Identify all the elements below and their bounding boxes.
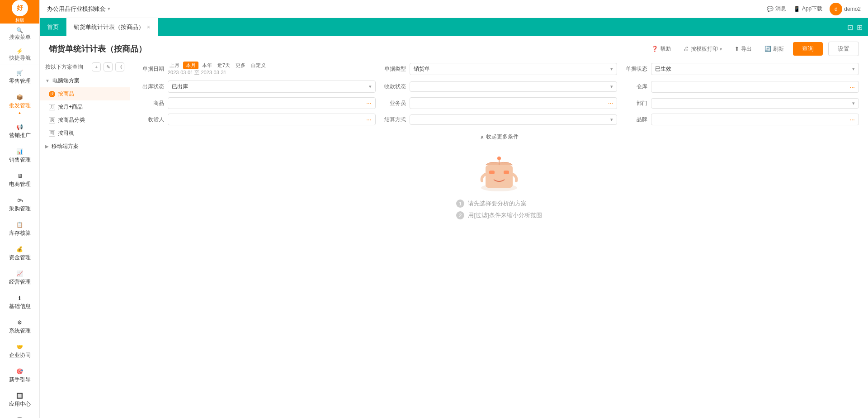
tree-add-btn[interactable]: +	[92, 62, 101, 71]
salesman-more-icon[interactable]: ···	[608, 100, 613, 107]
mobile-group-label: 移动端方案	[52, 142, 79, 150]
export-btn[interactable]: ⬆ 导出	[731, 43, 755, 55]
filter-field-goods: 商品 ···	[139, 97, 376, 109]
app-download-label: App下载	[802, 5, 822, 13]
avatar: d	[830, 3, 842, 15]
sidebar-item-wholesale[interactable]: 📦 批发管理 ▲	[0, 90, 39, 119]
export-icon: ⬆	[735, 46, 739, 52]
tab-home[interactable]: 首页	[40, 18, 66, 36]
sidebar-label-purchase: 采购管理	[9, 205, 31, 213]
doctype-control[interactable]: 销货单 ▾	[410, 63, 618, 75]
goods-more-icon[interactable]: ···	[366, 100, 372, 107]
tree-group-mobile-title[interactable]: ▶ 移动端方案	[40, 140, 130, 153]
doctype-value: 销货单	[414, 65, 430, 73]
brand-control[interactable]: ···	[651, 114, 859, 125]
tab-active[interactable]: 销货单统计计表（按商品） ×	[66, 18, 158, 36]
doctype-dropdown-icon: ▾	[610, 66, 613, 72]
user-info[interactable]: d demo2	[830, 3, 861, 15]
page-container: 销货单统计计表（按商品） ❓ 帮助 🖨 按模板打印 ▾ ⬆ 导出	[40, 36, 868, 418]
collapse-bar[interactable]: ∧ 收起更多条件	[139, 130, 859, 143]
retail-icon: 🛒	[16, 70, 23, 76]
collection-status-label: 收款状态	[381, 83, 406, 90]
topbar-title: 办公用品行业模拟账套 ▾	[47, 5, 110, 13]
tree-item-label-category: 按商品分类	[58, 116, 85, 124]
goods-control[interactable]: ···	[168, 97, 376, 109]
maximize-icon[interactable]: ⊞	[857, 23, 863, 32]
sidebar-item-marketing[interactable]: 📢 营销推广	[0, 119, 39, 144]
recipient-control[interactable]: ···	[168, 114, 376, 125]
tree-item-by-goods[interactable]: 按 按商品	[40, 87, 130, 100]
app-download-btn[interactable]: 📱 App下载	[793, 5, 822, 13]
collection-status-dropdown-icon: ▾	[610, 84, 613, 90]
brand-more-icon[interactable]: ···	[849, 116, 855, 123]
svg-rect-3	[504, 171, 509, 174]
settle-control[interactable]: ▾	[410, 114, 618, 125]
print-btn[interactable]: 🖨 按模板打印 ▾	[680, 43, 726, 55]
query-btn[interactable]: 查询	[793, 42, 823, 56]
messages-btn[interactable]: 💬 消息	[767, 5, 786, 13]
sidebar-item-enterprise[interactable]: 🤝 企业协同	[0, 339, 39, 364]
settle-label: 结算方式	[381, 116, 406, 124]
sidebar-item-inventory[interactable]: 📋 库存核算	[0, 217, 39, 242]
sidebar-item-basic[interactable]: ℹ 基础信息	[0, 290, 39, 315]
sidebar-item-system[interactable]: ⚙ 系统管理	[0, 315, 39, 339]
svg-point-5	[497, 157, 501, 160]
wholesale-icon: 📦	[16, 94, 23, 100]
collection-status-control[interactable]: ▾	[410, 81, 618, 92]
marketing-icon: 📢	[16, 124, 23, 130]
inventory-icon: 📋	[16, 222, 23, 228]
tree-header-icons: + ✎ 《	[92, 62, 124, 71]
filter-row-4: 收货人 ··· 结算方式 ▾	[139, 114, 859, 125]
tab-close-btn[interactable]: ×	[147, 24, 150, 30]
docstatus-value: 已生效	[655, 65, 671, 73]
date-option-7days[interactable]: 近7天	[216, 62, 232, 69]
sidebar-item-ecommerce[interactable]: 🖥 电商管理	[0, 168, 39, 193]
sidebar-item-appcenter[interactable]: 🔲 应用中心	[0, 388, 39, 413]
logo-text: 标版	[15, 17, 24, 24]
tree-group-desktop-title[interactable]: ▼ 电脑端方案	[40, 74, 130, 87]
warehouse-status-value: 已出库	[172, 83, 188, 90]
tree-collapse-btn[interactable]: 《	[115, 62, 124, 71]
help-btn[interactable]: ❓ 帮助	[648, 43, 675, 55]
tree-item-category[interactable]: 类 按商品分类	[40, 114, 130, 127]
refresh-btn[interactable]: 🔄 刷新	[761, 43, 788, 55]
warehouse-status-control[interactable]: 已出库 ▾	[168, 81, 376, 93]
goods-item-icon: 按	[49, 91, 55, 97]
sidebar-item-search[interactable]: 🔍 搜索菜单	[0, 24, 39, 45]
download-icon: 📱	[793, 6, 800, 12]
date-option-this-month[interactable]: 本月	[183, 62, 198, 69]
sidebar-item-operations[interactable]: 📈 经营管理	[0, 266, 39, 290]
sidebar-label-enterprise: 企业协同	[9, 352, 31, 359]
dept-control[interactable]: ▾	[651, 98, 859, 109]
export-label: 导出	[741, 45, 752, 53]
sidebar-item-quicknav[interactable]: ⚡ 快捷导航	[0, 45, 39, 65]
sidebar-logo[interactable]: 好 标版	[0, 0, 40, 24]
topbar-right: 💬 消息 📱 App下载 d demo2	[767, 3, 861, 15]
recipient-more-icon[interactable]: ···	[366, 116, 372, 123]
tree-item-driver[interactable]: 司 按司机	[40, 127, 130, 140]
tree-group-mobile: ▶ 移动端方案	[40, 140, 130, 153]
sidebar-item-wechat[interactable]: 💬 企业微信	[0, 413, 39, 418]
date-option-more[interactable]: 更多	[234, 62, 247, 69]
empty-tips: 1 请先选择要分析的方案 2 用[过滤]条件来缩小分析范围	[456, 200, 542, 219]
sidebar-item-guide[interactable]: 🎯 新手引导	[0, 364, 39, 388]
dropdown-icon[interactable]: ▾	[108, 6, 110, 12]
date-option-prev-month[interactable]: 上月	[168, 62, 181, 69]
warehouse-control[interactable]: ···	[651, 81, 859, 93]
purchase-icon: 🛍	[17, 197, 23, 204]
settings-btn[interactable]: 设置	[828, 42, 859, 56]
warehouse-more-icon[interactable]: ···	[849, 83, 855, 90]
tree-item-month-goods[interactable]: 月 按月+商品	[40, 100, 130, 114]
svg-rect-1	[486, 165, 513, 188]
docstatus-control[interactable]: 已生效 ▾	[651, 63, 859, 75]
sidebar-item-sales[interactable]: 📊 销售管理	[0, 144, 39, 168]
sidebar-item-finance[interactable]: 💰 资金管理	[0, 242, 39, 266]
minimize-icon[interactable]: ⊡	[847, 23, 853, 32]
sidebar-item-retail[interactable]: 🛒 零售管理	[0, 65, 39, 90]
sidebar-item-purchase[interactable]: 🛍 采购管理	[0, 193, 39, 217]
salesman-control[interactable]: ···	[410, 97, 618, 109]
tree-edit-btn[interactable]: ✎	[104, 62, 113, 71]
date-option-custom[interactable]: 自定义	[249, 62, 268, 69]
date-option-this-year[interactable]: 本年	[200, 62, 214, 69]
date-range-display: 2023-03-01 至 2023-03-31	[168, 69, 376, 76]
